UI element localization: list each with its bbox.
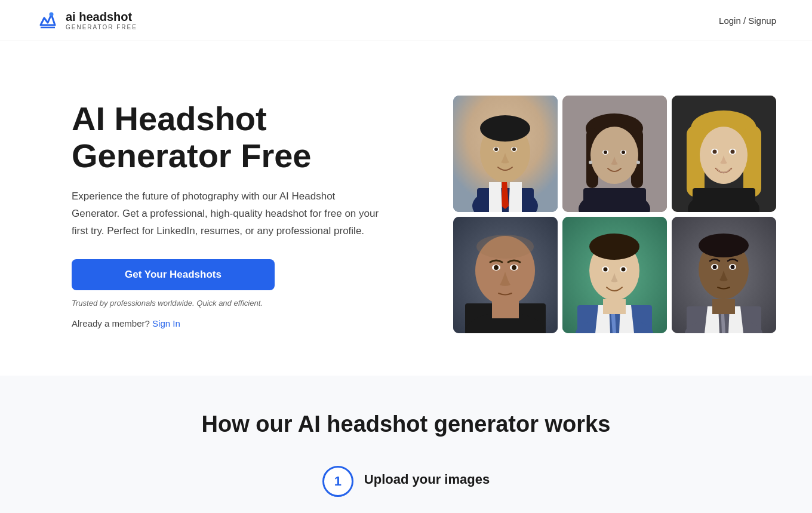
hero-left: AI Headshot Generator Free Experience th… [72, 100, 382, 328]
how-title: How our AI headshot generator works [48, 411, 764, 437]
headshot-photo-4 [453, 217, 558, 333]
member-text: Already a member? Sign In [72, 318, 382, 328]
trusted-text: Trusted by professionals worldwide. Quic… [72, 299, 382, 308]
hero-title: AI Headshot Generator Free [72, 100, 382, 174]
svg-rect-34 [693, 188, 755, 212]
svg-rect-20 [583, 188, 646, 212]
svg-point-45 [476, 235, 534, 259]
svg-point-18 [590, 127, 638, 184]
navbar: ai headshot GENERATOR FREE Login / Signu… [0, 0, 812, 41]
headshot-photo-2 [562, 96, 667, 212]
logo-text: ai headshot GENERATOR FREE [66, 10, 137, 30]
hero-section: AI Headshot Generator Free Experience th… [0, 41, 812, 376]
sign-in-link[interactable]: Sign In [152, 318, 180, 328]
svg-point-48 [494, 265, 499, 270]
get-headshots-button[interactable]: Get Your Headshots [72, 259, 275, 290]
svg-point-25 [589, 161, 592, 164]
hero-description: Experience the future of photography wit… [72, 188, 382, 240]
svg-marker-7 [509, 182, 522, 212]
svg-point-49 [512, 265, 516, 270]
logo[interactable]: ai headshot GENERATOR FREE [36, 8, 137, 32]
photo-grid [453, 96, 776, 333]
headshot-photo-6 [672, 217, 776, 333]
svg-point-26 [636, 161, 640, 164]
step-1-number: 1 [322, 466, 353, 497]
svg-point-73 [699, 234, 749, 257]
svg-point-37 [713, 150, 717, 154]
svg-point-63 [622, 268, 626, 272]
svg-point-24 [622, 150, 625, 154]
logo-main-text: ai headshot [66, 10, 137, 24]
svg-point-62 [604, 268, 608, 272]
svg-point-0 [50, 13, 54, 17]
svg-point-9 [480, 115, 530, 142]
svg-point-23 [604, 150, 607, 154]
svg-point-13 [512, 148, 516, 151]
login-signup-link[interactable]: Login / Signup [719, 16, 776, 26]
headshot-photo-1 [453, 96, 558, 212]
headshot-photo-3 [672, 96, 776, 212]
svg-point-12 [494, 148, 498, 151]
step-1: 1 Upload your images [322, 466, 490, 497]
logo-sub-text: GENERATOR FREE [66, 24, 137, 30]
steps-row: 1 Upload your images [48, 466, 764, 497]
how-section: How our AI headshot generator works 1 Up… [0, 376, 812, 513]
headshot-photo-5 [562, 217, 667, 333]
svg-marker-6 [489, 182, 502, 212]
step-1-label: Upload your images [364, 466, 490, 487]
svg-point-38 [731, 150, 735, 154]
svg-rect-57 [603, 299, 626, 314]
svg-rect-71 [712, 299, 735, 314]
logo-icon [36, 8, 60, 32]
svg-point-59 [589, 234, 639, 260]
svg-point-76 [713, 265, 717, 269]
svg-point-77 [731, 265, 735, 269]
